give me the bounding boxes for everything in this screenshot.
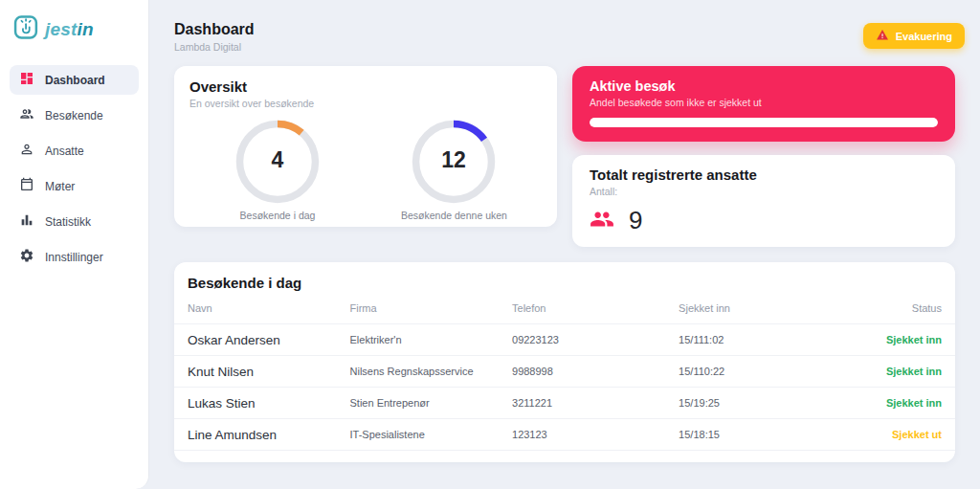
- sidebar-item-label: Ansatte: [45, 144, 84, 158]
- cell-firma: Stien Entrepenør: [350, 397, 513, 409]
- person-outline-icon: [19, 142, 34, 160]
- donut-chart-visitors-today: 4 Besøkende i dag: [225, 117, 330, 221]
- donut-value: 4: [225, 147, 330, 173]
- visitors-table-card: Besøkende i dag Navn Firma Telefon Sjekk…: [174, 262, 955, 462]
- active-visits-subtitle: Andel besøkede som ikke er sjekket ut: [590, 97, 938, 108]
- table-row: Line Amundsen IT-Spesialistene 123123 15…: [174, 418, 955, 451]
- sidebar-item-ansatte[interactable]: Ansatte: [10, 136, 139, 166]
- status-badge: Sjekket ut: [854, 429, 942, 440]
- evacuation-button-label: Evakuering: [896, 31, 952, 42]
- cell-navn: Knut Nilsen: [188, 365, 350, 379]
- sidebar-item-label: Innstillinger: [45, 251, 103, 264]
- donut-label: Besøkende i dag: [225, 210, 330, 221]
- cell-telefon: 9988998: [512, 366, 679, 377]
- sidebar-item-dashboard[interactable]: Dashboard: [10, 65, 139, 95]
- people-solid-icon: [590, 207, 614, 235]
- cell-navn: Lukas Stien: [188, 396, 350, 411]
- main-content: Dashboard Lambda Digital Evakuering Over…: [149, 0, 980, 489]
- cell-firma: Nilsens Regnskapsservice: [350, 366, 513, 377]
- sidebar-item-besokende[interactable]: Besøkende: [10, 100, 139, 130]
- column-header-telefon: Telefon: [512, 302, 679, 314]
- active-visits-card: Aktive besøk Andel besøkede som ikke er …: [572, 66, 955, 142]
- column-header-status: Status: [854, 302, 942, 314]
- cell-firma: Elektriker'n: [350, 334, 513, 345]
- employees-card: Totalt registrerte ansatte Antall: 9: [572, 155, 955, 247]
- cell-telefon: 123123: [512, 429, 679, 440]
- cell-sjekket-inn: 15/110:22: [679, 366, 854, 377]
- column-header-navn: Navn: [188, 302, 350, 314]
- sidebar-item-label: Møter: [45, 180, 75, 193]
- active-visits-title: Aktive besøk: [590, 78, 938, 94]
- warning-triangle-icon: [876, 29, 889, 43]
- page-header: Dashboard Lambda Digital Evakuering: [163, 13, 967, 66]
- calendar-icon: [19, 177, 34, 195]
- evacuation-button[interactable]: Evakuering: [863, 23, 965, 49]
- sidebar-nav: Dashboard Besøkende Ansatte Møter Statis…: [0, 65, 148, 272]
- overview-title: Oversikt: [189, 78, 542, 95]
- overview-card: Oversikt En oversikt over besøkende 4 Be…: [174, 66, 557, 227]
- sidebar-item-innstillinger[interactable]: Innstillinger: [10, 242, 139, 272]
- page-title: Dashboard: [174, 21, 255, 38]
- donut-value: 12: [401, 147, 506, 173]
- visitors-table-title: Besøkende i dag: [174, 275, 955, 291]
- table-row: Lukas Stien Stien Entrepenør 3211221 15/…: [174, 387, 955, 418]
- active-visits-progress-fill: [590, 118, 938, 127]
- employees-count: 9: [629, 206, 642, 235]
- bar-chart-icon: [19, 212, 34, 231]
- sidebar-item-label: Statistikk: [45, 215, 91, 229]
- status-badge: Sjekket inn: [854, 397, 942, 409]
- sidebar-item-label: Besøkende: [45, 109, 103, 122]
- sidebar-item-statistikk[interactable]: Statistikk: [10, 207, 139, 236]
- app-logo[interactable]: jestin: [0, 0, 148, 65]
- overview-subtitle: En oversikt over besøkende: [189, 98, 542, 109]
- status-badge: Sjekket inn: [854, 366, 942, 377]
- page-subtitle: Lambda Digital: [174, 41, 255, 53]
- cell-sjekket-inn: 15/19:25: [679, 397, 854, 409]
- app-logo-text: jestin: [45, 19, 94, 40]
- cell-firma: IT-Spesialistene: [350, 429, 513, 440]
- status-badge: Sjekket inn: [854, 334, 942, 345]
- column-header-firma: Firma: [350, 302, 513, 314]
- gear-icon: [19, 248, 34, 266]
- table-row: Knut Nilsen Nilsens Regnskapsservice 998…: [174, 355, 955, 387]
- cell-navn: Oskar Andersen: [188, 333, 350, 347]
- sidebar-item-label: Dashboard: [45, 74, 105, 87]
- employees-label: Antall:: [590, 186, 938, 197]
- cell-sjekket-inn: 15/111:02: [679, 334, 854, 345]
- cell-telefon: 3211221: [512, 397, 679, 409]
- cell-navn: Line Amundsen: [188, 428, 350, 442]
- table-header-row: Navn Firma Telefon Sjekket inn Status: [174, 293, 955, 323]
- gjestin-logo-icon: [13, 14, 39, 44]
- employees-title: Totalt registrerte ansatte: [590, 167, 938, 183]
- donut-label: Besøkende denne uken: [401, 210, 506, 221]
- people-outline-icon: [19, 106, 34, 124]
- sidebar-item-moter[interactable]: Møter: [10, 171, 139, 201]
- cell-sjekket-inn: 15/18:15: [679, 429, 854, 440]
- column-header-sjekket-inn: Sjekket inn: [679, 302, 854, 314]
- donut-chart-visitors-week: 12 Besøkende denne uken: [401, 117, 506, 221]
- table-row: Oskar Andersen Elektriker'n 09223123 15/…: [174, 323, 955, 355]
- sidebar: jestin Dashboard Besøkende Ansatte Møter: [0, 0, 149, 489]
- dashboard-grid-icon: [19, 71, 34, 89]
- active-visits-progress-track: [590, 118, 938, 127]
- cell-telefon: 09223123: [512, 334, 679, 345]
